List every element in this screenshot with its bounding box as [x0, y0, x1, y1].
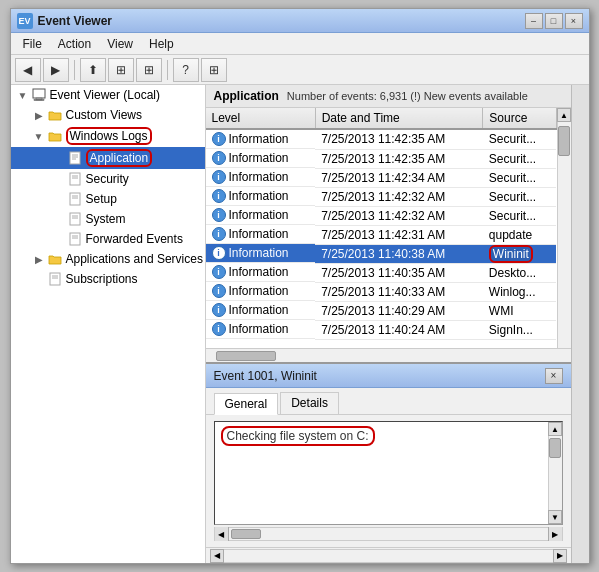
main-window: EV Event Viewer – □ × File Action View H… — [10, 8, 590, 564]
table-row[interactable]: iInformation7/25/2013 11:40:29 AMWMI — [206, 301, 557, 320]
tree-item-windows-logs[interactable]: ▼ Windows Logs — [11, 125, 205, 147]
menu-view[interactable]: View — [99, 35, 141, 53]
text-area-scrollbar[interactable]: ▲ ▼ — [548, 422, 562, 524]
svg-rect-0 — [33, 89, 45, 98]
tree-item-setup[interactable]: Setup — [11, 189, 205, 209]
event-list-scrollbar[interactable]: ▲ — [557, 108, 571, 348]
close-button[interactable]: × — [565, 13, 583, 29]
table-row[interactable]: iInformation7/25/2013 11:42:34 AMSecurit… — [206, 168, 557, 187]
svg-rect-3 — [70, 152, 80, 164]
info-icon: i — [212, 132, 226, 146]
tree-item-subscriptions[interactable]: Subscriptions — [11, 269, 205, 289]
cell-datetime: 7/25/2013 11:42:32 AM — [315, 206, 483, 225]
right-strip — [571, 85, 589, 563]
up-button[interactable]: ⬆ — [80, 58, 106, 82]
expander-icon: ▼ — [31, 128, 47, 144]
status-scroll-right[interactable]: ▶ — [553, 549, 567, 563]
menu-action[interactable]: Action — [50, 35, 99, 53]
expander-spacer — [31, 271, 47, 287]
table-row[interactable]: iInformation7/25/2013 11:42:31 AMqupdate — [206, 225, 557, 244]
table-row[interactable]: iInformation7/25/2013 11:40:38 AMWininit — [206, 244, 557, 263]
back-button[interactable]: ◀ — [15, 58, 41, 82]
table-row[interactable]: iInformation7/25/2013 11:40:33 AMWinlog.… — [206, 282, 557, 301]
tree-item-app-services[interactable]: ▶ Applications and Services Lo — [11, 249, 205, 269]
table-row[interactable]: iInformation7/25/2013 11:40:35 AMDeskto.… — [206, 263, 557, 282]
table-row[interactable]: iInformation7/25/2013 11:42:32 AMSecurit… — [206, 187, 557, 206]
help-button[interactable]: ? — [173, 58, 199, 82]
cell-source: WMI — [483, 301, 556, 320]
text-area-h-scrollbar[interactable]: ◀ ▶ — [214, 527, 563, 541]
app-doc-icon — [67, 150, 83, 166]
maximize-button[interactable]: □ — [545, 13, 563, 29]
table-row[interactable]: iInformation7/25/2013 11:42:32 AMSecurit… — [206, 206, 557, 225]
cell-level: iInformation — [206, 263, 316, 282]
system-doc-icon — [67, 211, 83, 227]
title-bar: EV Event Viewer – □ × — [11, 9, 589, 33]
cell-source: SignIn... — [483, 320, 556, 339]
expander-spacer — [51, 211, 67, 227]
cell-datetime: 7/25/2013 11:40:33 AM — [315, 282, 483, 301]
event-list-h-scrollbar[interactable] — [206, 348, 571, 362]
text-scroll-up[interactable]: ▲ — [548, 422, 562, 436]
scroll-thumb[interactable] — [558, 126, 570, 156]
h-scroll-thumb[interactable] — [216, 351, 276, 361]
new-view-button[interactable]: ⊞ — [136, 58, 162, 82]
dialog-panel: Event 1001, Wininit × General Details ▲ … — [206, 362, 571, 547]
text-scroll-thumb[interactable] — [549, 438, 561, 458]
tree-item-system[interactable]: System — [11, 209, 205, 229]
text-h-scroll-left[interactable]: ◀ — [215, 527, 229, 541]
col-source[interactable]: Source — [483, 108, 556, 129]
col-datetime[interactable]: Date and Time — [315, 108, 483, 129]
panel-info: Number of events: 6,931 (!) New events a… — [287, 90, 528, 102]
col-level[interactable]: Level — [206, 108, 316, 129]
event-table-container[interactable]: Level Date and Time Source iInformation7… — [206, 108, 557, 348]
status-bar: ◀ ▶ — [206, 547, 571, 563]
dialog-close-button[interactable]: × — [545, 368, 563, 384]
tree-item-custom-views[interactable]: ▶ Custom Views — [11, 105, 205, 125]
window-icon: EV — [17, 13, 33, 29]
tab-general[interactable]: General — [214, 393, 279, 415]
expander-icon: ▶ — [31, 251, 47, 267]
scroll-up-button[interactable]: ▲ — [557, 108, 571, 122]
svg-rect-19 — [50, 273, 60, 285]
tree-label-windows-logs: Windows Logs — [66, 127, 152, 145]
menu-help[interactable]: Help — [141, 35, 182, 53]
table-row[interactable]: iInformation7/25/2013 11:42:35 AMSecurit… — [206, 129, 557, 149]
tree-item-security[interactable]: Security — [11, 169, 205, 189]
minimize-button[interactable]: – — [525, 13, 543, 29]
extra-button[interactable]: ⊞ — [201, 58, 227, 82]
text-scroll-down[interactable]: ▼ — [548, 510, 562, 524]
tree-item-application[interactable]: Application — [11, 147, 205, 169]
cell-datetime: 7/25/2013 11:42:32 AM — [315, 187, 483, 206]
svg-rect-2 — [34, 100, 44, 101]
dialog-title: Event 1001, Wininit — [214, 369, 545, 383]
info-icon: i — [212, 246, 226, 260]
text-h-scroll-right[interactable]: ▶ — [548, 527, 562, 541]
expander-spacer — [51, 171, 67, 187]
tab-details[interactable]: Details — [280, 392, 339, 414]
svg-rect-10 — [70, 193, 80, 205]
security-doc-icon — [67, 171, 83, 187]
svg-rect-13 — [70, 213, 80, 225]
event-list-inner: Level Date and Time Source iInformation7… — [206, 108, 571, 348]
info-icon: i — [212, 322, 226, 336]
toolbar-separator-2 — [167, 60, 168, 80]
forward-button[interactable]: ▶ — [43, 58, 69, 82]
cell-source: Securit... — [483, 187, 556, 206]
monitor-icon — [31, 87, 47, 103]
info-icon: i — [212, 170, 226, 184]
menu-file[interactable]: File — [15, 35, 50, 53]
main-content: ▼ Event Viewer (Local) ▶ Custom Views ▼ — [11, 85, 589, 563]
dialog-content-text: Checking file system on C: — [221, 426, 375, 446]
text-h-scroll-thumb[interactable] — [231, 529, 261, 539]
show-hide-button[interactable]: ⊞ — [108, 58, 134, 82]
cell-datetime: 7/25/2013 11:40:29 AM — [315, 301, 483, 320]
table-row[interactable]: iInformation7/25/2013 11:42:35 AMSecurit… — [206, 149, 557, 168]
tree-item-event-viewer-local[interactable]: ▼ Event Viewer (Local) — [11, 85, 205, 105]
cell-level: iInformation — [206, 130, 316, 149]
table-row[interactable]: iInformation7/25/2013 11:40:24 AMSignIn.… — [206, 320, 557, 339]
tree-item-forwarded-events[interactable]: Forwarded Events — [11, 229, 205, 249]
status-scroll-left[interactable]: ◀ — [210, 549, 224, 563]
info-icon: i — [212, 208, 226, 222]
info-icon: i — [212, 284, 226, 298]
